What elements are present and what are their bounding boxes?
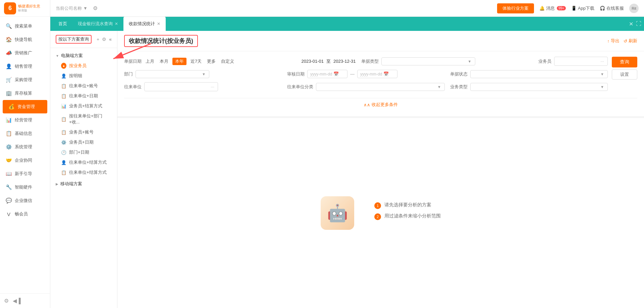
sidebar-item-enterprise[interactable]: 🤝 企业协同: [0, 154, 50, 167]
tab-home[interactable]: 首页: [53, 17, 72, 31]
sidebar-item-guide[interactable]: 📖 新手引导: [0, 167, 50, 181]
review-date-to[interactable]: yyyy-mm-dd 📅: [357, 70, 397, 78]
date-tab-custom[interactable]: 自定义: [220, 58, 235, 65]
trial-btn[interactable]: 体验行业方案: [497, 3, 534, 13]
vendor-class-field: 往来单位分类 ▼: [287, 83, 445, 91]
tree-item-vendor-account[interactable]: 📋 往来单位+账号: [50, 81, 117, 91]
close-window-btn[interactable]: ✕: [629, 21, 633, 27]
doc-type-field: 单据类型 ▼: [361, 57, 533, 65]
online-service-btn[interactable]: 🎧 在线客服: [600, 5, 624, 11]
tree-item-by-detail[interactable]: 👤 按明细: [50, 71, 117, 81]
sidebar-item-operation[interactable]: 📊 经营管理: [0, 113, 50, 127]
empty-step-1: 1 请先选择要分析的方案: [374, 202, 441, 209]
review-date-field: 审核日期 yyyy-mm-dd 📅 — yyyy-mm-dd 📅: [287, 70, 445, 78]
dropdown-icon[interactable]: ▼: [83, 6, 88, 11]
tree-collapse-icon: ▶: [56, 182, 58, 186]
collapse-panel-btn[interactable]: «: [109, 37, 112, 42]
staff-date-icon: ⚙️: [61, 140, 66, 145]
sidebar-item-marketing[interactable]: 📣 营销推广: [0, 46, 50, 60]
sidebar-item-system[interactable]: ⚙️ 系统管理: [0, 140, 50, 154]
tree-item-staff-settle[interactable]: 📊 业务员+结算方式: [50, 101, 117, 111]
cart-icon: 🛒: [5, 76, 12, 83]
tree-item-staff-date[interactable]: ⚙️ 业务员+日期: [50, 137, 117, 147]
active-item-icon: ●: [61, 63, 66, 68]
sidebar-bottom: ⚙ ◀▐: [0, 293, 50, 308]
dept-select[interactable]: ▼: [136, 70, 209, 78]
calendar-from-icon: 📅: [333, 71, 339, 76]
tree-item-vendor-settle2[interactable]: 📋 往来单位+结算方式: [50, 167, 117, 177]
tab-bank-close[interactable]: ✕: [115, 21, 118, 26]
tree-group-desktop: ▼ 电脑端方案 ● 按业务员 👤 按明细 📋 往来单位+账号: [50, 51, 117, 177]
tree-item-vendor-settle1[interactable]: 👤 往来单位+结算方式: [50, 157, 117, 167]
tab-collection[interactable]: 收款情况统计 ✕: [123, 17, 166, 31]
date-tabs: 上月 本月 本年 近7天 更多 自定义: [144, 58, 235, 65]
date-tab-this-year[interactable]: 本年: [172, 58, 186, 65]
sidebar-item-wechat[interactable]: 💬 企业微信: [0, 194, 50, 207]
sidebar-item-purchase[interactable]: 🛒 采购管理: [0, 73, 50, 87]
sidebar-item-search[interactable]: 🔍 搜索菜单: [0, 19, 50, 33]
sidebar-item-finance[interactable]: 💰 资金管理: [3, 100, 47, 113]
home-icon: 🏠: [5, 36, 12, 43]
maximize-window-btn[interactable]: ⛶: [636, 21, 641, 27]
review-date-from[interactable]: yyyy-mm-dd 📅: [307, 70, 347, 78]
panel-header-actions: + ⚙ «: [97, 37, 112, 42]
date-label: 单据日期: [124, 58, 142, 64]
tree-item-by-staff[interactable]: ● 按业务员: [50, 61, 117, 71]
tab-collection-close[interactable]: ✕: [157, 21, 160, 26]
export-btn[interactable]: ↑ 导出: [607, 38, 620, 44]
tree-item-dept-date[interactable]: 🕐 部门+日期: [50, 147, 117, 157]
filter-settings-btn[interactable]: 设置: [612, 69, 637, 80]
review-date-label: 审核日期: [287, 71, 305, 77]
doc-status-select[interactable]: ▼: [470, 70, 608, 78]
settings-bottom-btn[interactable]: ⚙: [4, 298, 9, 304]
user-avatar[interactable]: Rit: [629, 4, 639, 13]
biz-type-select[interactable]: ▼: [470, 83, 608, 91]
finance-icon: 💰: [8, 103, 15, 110]
refresh-btn[interactable]: ↺ 刷新: [624, 38, 637, 44]
tree-group-desktop-header[interactable]: ▼ 电脑端方案: [50, 51, 117, 61]
megaphone-icon: 📣: [5, 50, 12, 56]
staff-more-btn[interactable]: ···: [600, 59, 604, 64]
vendor-class-dropdown-icon: ▼: [437, 85, 441, 89]
biz-type-field: 业务类型 ▼: [450, 83, 608, 91]
vendor-field: 往来单位 ···: [124, 82, 282, 91]
panel-header: 按以下方案查询 + ⚙ «: [50, 31, 117, 48]
collapse-sidebar-btn[interactable]: ◀▐: [13, 298, 20, 304]
tree-item-vendor-dept[interactable]: 📋 按往来单位+部门+收...: [50, 111, 117, 127]
scheme-settings-btn[interactable]: ⚙: [102, 37, 106, 42]
sidebar-item-quick-nav[interactable]: 🏠 快捷导航: [0, 33, 50, 46]
date-field-group: 单据日期 上月 本月 本年 近7天 更多 自定义: [124, 58, 296, 65]
tree-group-mobile-header[interactable]: ▶ 移动端方案: [50, 179, 117, 189]
sidebar-item-basic[interactable]: 📋 基础信息: [0, 127, 50, 140]
date-tab-7days[interactable]: 近7天: [189, 58, 203, 65]
add-scheme-btn[interactable]: +: [97, 37, 99, 42]
doc-type-select[interactable]: ▼: [381, 57, 475, 65]
date-tab-more[interactable]: 更多: [206, 58, 217, 65]
sidebar-nav: 🔍 搜索菜单 🏠 快捷导航 📣 营销推广 👤 销售管理 🛒 采购管理 🏢 库存核…: [0, 17, 50, 293]
vendor-select[interactable]: ···: [144, 82, 218, 91]
sidebar-item-hardware[interactable]: 🔧 智能硬件: [0, 181, 50, 194]
topbar: 当前公司名称 ▼ ⚙ 体验行业方案 🔔 消息 99+ 📱 App下载 🎧 在线客…: [50, 0, 644, 17]
left-panel: 按以下方案查询 + ⚙ « ▼ 电脑端方案 ● 按业务员: [50, 31, 117, 308]
topbar-gear-icon[interactable]: ⚙: [93, 5, 98, 11]
tree-item-staff-account[interactable]: 📋 业务员+账号: [50, 127, 117, 137]
message-btn[interactable]: 🔔 消息 99+: [539, 5, 566, 11]
sidebar-item-vip[interactable]: V 畅会员: [0, 207, 50, 221]
sidebar-item-inventory[interactable]: 🏢 库存核算: [0, 87, 50, 100]
sidebar-item-sales[interactable]: 👤 销售管理: [0, 60, 50, 73]
content-area: 按以下方案查询 + ⚙ « ▼ 电脑端方案 ● 按业务员: [50, 31, 644, 308]
vendor-more-btn[interactable]: ···: [211, 84, 214, 89]
headset-icon: 🎧: [600, 6, 605, 11]
date-tab-this-month[interactable]: 本月: [158, 58, 170, 65]
date-tab-last-month[interactable]: 上月: [144, 58, 156, 65]
query-btn[interactable]: 查询: [612, 57, 637, 67]
staff-select[interactable]: ···: [554, 57, 608, 66]
collapse-btn[interactable]: ∧∧ 收起更多条件: [124, 98, 637, 111]
app-download-btn[interactable]: 📱 App下载: [571, 5, 594, 11]
dept-label: 部门: [124, 71, 133, 77]
tree-item-vendor-date[interactable]: 📋 往来单位+日期: [50, 91, 117, 101]
vendor-class-select[interactable]: ▼: [316, 83, 445, 91]
vendor-date-icon: 📋: [61, 93, 66, 99]
filter-right: 查询 设置: [608, 57, 637, 80]
tab-bank[interactable]: 现金银行流水查询 ✕: [72, 17, 123, 31]
